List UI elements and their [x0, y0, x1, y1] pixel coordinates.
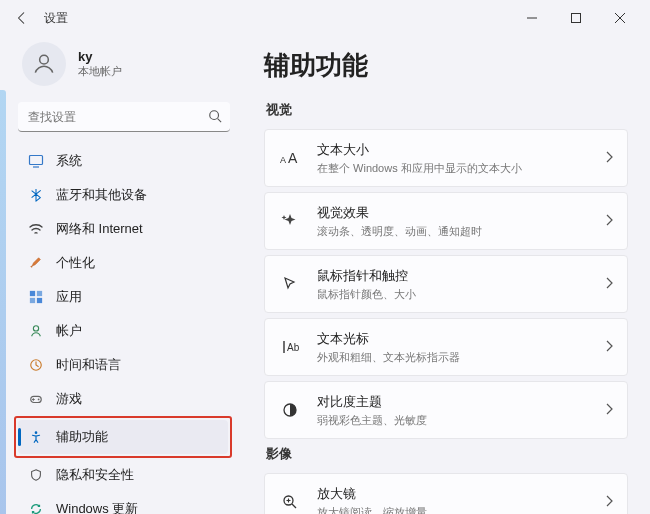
card-mouse-pointer[interactable]: 鼠标指针和触控 鼠标指针颜色、大小	[264, 255, 628, 313]
user-block[interactable]: ky 本地帐户	[18, 36, 234, 102]
update-icon	[28, 501, 44, 514]
sidebar-item-gaming[interactable]: 游戏	[18, 382, 234, 416]
text-size-icon: AA	[279, 150, 301, 166]
card-title: 放大镜	[317, 485, 605, 503]
chevron-right-icon	[605, 212, 613, 230]
sidebar-item-label: 时间和语言	[56, 356, 121, 374]
close-button[interactable]	[598, 2, 642, 34]
page-title: 辅助功能	[264, 48, 628, 83]
text-cursor-icon: Ab	[279, 339, 301, 355]
chevron-right-icon	[605, 338, 613, 356]
sidebar-item-bluetooth[interactable]: 蓝牙和其他设备	[18, 178, 234, 212]
nav-list: 系统 蓝牙和其他设备 网络和 Internet 个性化 应用	[18, 144, 234, 514]
magnifier-icon	[279, 494, 301, 510]
svg-point-11	[33, 326, 38, 331]
svg-text:Ab: Ab	[287, 342, 299, 353]
card-title: 文本大小	[317, 141, 605, 159]
card-title: 视觉效果	[317, 204, 605, 222]
minimize-button[interactable]	[510, 2, 554, 34]
maximize-button[interactable]	[554, 2, 598, 34]
svg-rect-8	[37, 291, 42, 296]
content-area: 辅助功能 视觉 AA 文本大小 在整个 Windows 和应用中显示的文本大小 …	[242, 36, 650, 514]
card-text-size[interactable]: AA 文本大小 在整个 Windows 和应用中显示的文本大小	[264, 129, 628, 187]
system-icon	[28, 153, 44, 169]
sidebar-item-label: 网络和 Internet	[56, 220, 143, 238]
svg-point-14	[38, 399, 40, 401]
highlight-annotation: 辅助功能	[14, 416, 232, 458]
search-box[interactable]	[18, 102, 230, 132]
search-input[interactable]	[18, 102, 230, 132]
svg-text:A: A	[280, 155, 286, 165]
card-text-cursor[interactable]: Ab 文本光标 外观和粗细、文本光标指示器	[264, 318, 628, 376]
gaming-icon	[28, 391, 44, 407]
card-subtitle: 鼠标指针颜色、大小	[317, 287, 605, 302]
card-visual-effects[interactable]: 视觉效果 滚动条、透明度、动画、通知超时	[264, 192, 628, 250]
sidebar: ky 本地帐户 系统 蓝牙和其他设备	[0, 36, 242, 514]
titlebar: 设置	[0, 0, 650, 36]
svg-rect-5	[30, 156, 43, 165]
svg-text:A: A	[288, 150, 298, 166]
chevron-right-icon	[605, 149, 613, 167]
card-subtitle: 滚动条、透明度、动画、通知超时	[317, 224, 605, 239]
sidebar-item-personalization[interactable]: 个性化	[18, 246, 234, 280]
bluetooth-icon	[28, 187, 44, 203]
card-contrast-themes[interactable]: 对比度主题 弱视彩色主题、光敏度	[264, 381, 628, 439]
sidebar-item-label: 辅助功能	[56, 428, 108, 446]
sidebar-item-apps[interactable]: 应用	[18, 280, 234, 314]
sidebar-item-accounts[interactable]: 帐户	[18, 314, 234, 348]
user-name: ky	[78, 49, 122, 64]
desktop-edge-decoration	[0, 90, 6, 514]
svg-rect-10	[37, 298, 42, 303]
sidebar-item-label: Windows 更新	[56, 500, 138, 514]
sidebar-item-label: 隐私和安全性	[56, 466, 134, 484]
svg-line-4	[218, 119, 222, 123]
card-subtitle: 外观和粗细、文本光标指示器	[317, 350, 605, 365]
apps-icon	[28, 289, 44, 305]
sidebar-item-label: 个性化	[56, 254, 95, 272]
card-magnifier[interactable]: 放大镜 放大镜阅读、缩放增量	[264, 473, 628, 514]
search-icon	[208, 109, 222, 127]
card-subtitle: 弱视彩色主题、光敏度	[317, 413, 605, 428]
sidebar-item-label: 游戏	[56, 390, 82, 408]
accessibility-icon	[28, 429, 44, 445]
avatar	[22, 42, 66, 86]
sidebar-item-windows-update[interactable]: Windows 更新	[18, 492, 234, 514]
svg-line-22	[292, 504, 296, 508]
card-title: 对比度主题	[317, 393, 605, 411]
section-vision: 视觉	[266, 101, 628, 119]
sidebar-item-accessibility[interactable]: 辅助功能	[18, 420, 228, 454]
sidebar-item-label: 系统	[56, 152, 82, 170]
svg-rect-9	[30, 298, 35, 303]
sidebar-item-network[interactable]: 网络和 Internet	[18, 212, 234, 246]
user-subtitle: 本地帐户	[78, 64, 122, 79]
svg-rect-7	[30, 291, 35, 296]
chevron-right-icon	[605, 401, 613, 419]
brush-icon	[28, 255, 44, 271]
section-video: 影像	[266, 445, 628, 463]
sidebar-item-system[interactable]: 系统	[18, 144, 234, 178]
svg-rect-1	[572, 14, 581, 23]
card-title: 鼠标指针和触控	[317, 267, 605, 285]
sidebar-item-label: 蓝牙和其他设备	[56, 186, 147, 204]
card-subtitle: 在整个 Windows 和应用中显示的文本大小	[317, 161, 605, 176]
back-button[interactable]	[8, 4, 36, 32]
sidebar-item-label: 帐户	[56, 322, 82, 340]
account-icon	[28, 323, 44, 339]
clock-icon	[28, 357, 44, 373]
chevron-right-icon	[605, 493, 613, 511]
app-title: 设置	[44, 10, 68, 27]
svg-point-15	[35, 431, 38, 434]
card-subtitle: 放大镜阅读、缩放增量	[317, 505, 605, 515]
wifi-icon	[28, 221, 44, 237]
chevron-right-icon	[605, 275, 613, 293]
sidebar-item-time-language[interactable]: 时间和语言	[18, 348, 234, 382]
svg-point-2	[40, 55, 49, 64]
cursor-icon	[279, 276, 301, 292]
svg-point-3	[210, 111, 219, 120]
sidebar-item-privacy[interactable]: 隐私和安全性	[18, 458, 234, 492]
card-title: 文本光标	[317, 330, 605, 348]
sparkle-icon	[279, 212, 301, 230]
contrast-icon	[279, 402, 301, 418]
sidebar-item-label: 应用	[56, 288, 82, 306]
shield-icon	[28, 467, 44, 483]
